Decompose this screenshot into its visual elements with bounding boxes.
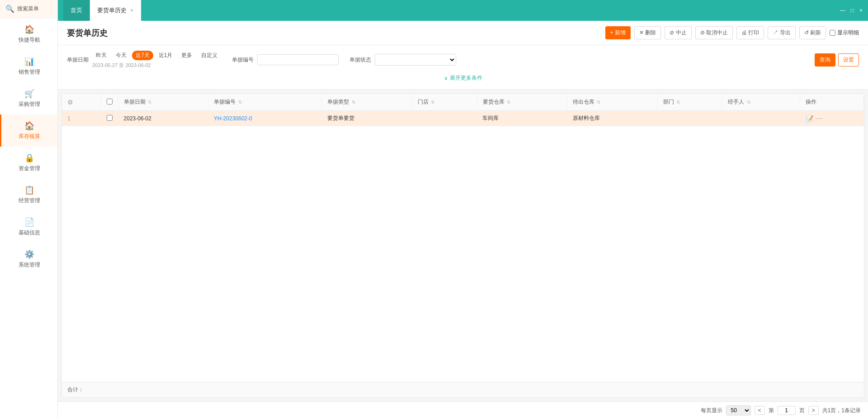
date-filter-group: 昨天 今天 近7天 近1月 更多 自定义 2023-05-27 至 2023-0… — [92, 51, 221, 69]
col-req-warehouse-label: 要货仓库 — [483, 99, 505, 105]
tab-home-label: 首页 — [71, 6, 82, 14]
filter-row: 单据日期 昨天 今天 近7天 近1月 更多 自定义 2023-05-27 至 2… — [67, 51, 859, 69]
col-checkbox — [101, 94, 118, 111]
more-icon[interactable]: ⋯ — [816, 115, 822, 122]
print-button[interactable]: 🖨 打印 — [736, 26, 764, 39]
chart-icon: 📊 — [24, 57, 34, 67]
row-pending-warehouse: 原材料仓库 — [567, 111, 657, 126]
select-all-checkbox[interactable] — [107, 99, 113, 105]
document-icon: 📄 — [24, 217, 34, 227]
table-footer: 合计： — [62, 382, 864, 397]
date-btn-yesterday[interactable]: 昨天 — [92, 51, 110, 60]
page-size-select[interactable]: 50 20 100 200 — [726, 405, 751, 415]
doc-no-label: 单据编号 — [232, 56, 254, 64]
edit-icon[interactable]: 📝 — [806, 115, 813, 122]
display-detail-label[interactable]: 显示明细 — [830, 29, 859, 37]
query-button[interactable]: 查询 — [815, 53, 835, 67]
col-store[interactable]: 门店 ⇅ — [412, 94, 477, 111]
lock-icon: 🔒 — [24, 153, 34, 163]
main-area: 首页 要货单历史 × — □ × 要货单历史 + 新增 ✕ 删除 ⊘ 中止 ⊘ … — [58, 0, 868, 419]
col-handler[interactable]: 经手人 ⇅ — [722, 94, 800, 111]
col-settings[interactable]: ⚙ — [62, 94, 101, 111]
col-doc-type[interactable]: 单据类型 ⇅ — [322, 94, 412, 111]
row-checkbox[interactable] — [107, 115, 113, 121]
display-detail-checkbox[interactable] — [830, 30, 835, 36]
row-doc-no[interactable]: YH-20230602-0 — [208, 111, 322, 126]
status-label: 单据状态 — [349, 56, 371, 64]
sort-doc-no-icon: ⇅ — [238, 100, 242, 105]
col-dept[interactable]: 部门 ⇅ — [657, 94, 722, 111]
delete-button[interactable]: ✕ 删除 — [634, 26, 661, 39]
col-req-warehouse[interactable]: 要货仓库 ⇅ — [477, 94, 567, 111]
sidebar-item-system[interactable]: ⚙️ 系统管理 — [0, 243, 57, 275]
col-doc-no[interactable]: 单据编号 ⇅ — [208, 94, 322, 111]
stop-button[interactable]: ⊘ 中止 — [665, 26, 691, 39]
cart-icon: 🛒 — [24, 89, 34, 99]
content-area: 要货单历史 + 新增 ✕ 删除 ⊘ 中止 ⊘ 取消中止 🖨 打印 ↗ 导出 ↺ … — [58, 21, 868, 419]
tab-active-label: 要货单历史 — [97, 6, 127, 14]
sort-doc-type-icon: ⇅ — [352, 100, 355, 105]
expand-filter-button[interactable]: ∨ 展开更多条件 — [440, 72, 486, 84]
toolbar: + 新增 ✕ 删除 ⊘ 中止 ⊘ 取消中止 🖨 打印 ↗ 导出 ↺ 刷新 显示明… — [605, 26, 859, 39]
date-btn-today[interactable]: 今天 — [112, 51, 130, 60]
table-settings-icon[interactable]: ⚙ — [67, 99, 73, 106]
settings-button[interactable]: 设置 — [838, 53, 859, 67]
status-select[interactable] — [375, 54, 456, 66]
page-number-input[interactable] — [778, 406, 796, 415]
sidebar-item-inventory[interactable]: 🏠 库存核算 — [0, 114, 57, 147]
total-info: 共1页，1条记录 — [822, 407, 861, 414]
date-filter-label: 单据日期 — [67, 56, 89, 64]
sidebar-search-label: 搜索菜单 — [17, 5, 39, 13]
prev-page-btn[interactable]: < — [755, 406, 765, 415]
window-minimize-btn[interactable]: — — [840, 7, 845, 14]
sidebar-item-label: 经营管理 — [19, 197, 40, 205]
date-btn-7days[interactable]: 近7天 — [132, 51, 153, 60]
page-title: 要货单历史 — [67, 28, 108, 38]
cancel-stop-button[interactable]: ⊘ 取消中止 — [695, 26, 733, 39]
row-dept — [657, 111, 722, 126]
inventory-icon: 🏠 — [24, 121, 34, 131]
sort-store-icon: ⇅ — [431, 100, 434, 105]
table-header-row: ⚙ 单据日期 ⇅ 单据编号 ⇅ — [62, 94, 864, 111]
doc-no-filter: 单据编号 — [232, 54, 339, 65]
date-btn-custom[interactable]: 自定义 — [198, 51, 221, 60]
summary-label: 合计： — [67, 386, 84, 393]
col-date[interactable]: 单据日期 ⇅ — [118, 94, 208, 111]
sidebar-item-sales[interactable]: 📊 销售管理 — [0, 50, 57, 82]
col-pending-warehouse[interactable]: 待出仓库 ⇅ — [567, 94, 657, 111]
sidebar-item-basic-info[interactable]: 📄 基础信息 — [0, 211, 57, 243]
row-doc-type: 要货单要货 — [322, 111, 412, 126]
col-doc-type-label: 单据类型 — [327, 99, 349, 105]
new-button[interactable]: + 新增 — [605, 26, 631, 39]
col-handler-label: 经手人 — [728, 99, 744, 105]
date-filter: 单据日期 昨天 今天 近7天 近1月 更多 自定义 2023-05-27 至 2… — [67, 51, 221, 69]
table-area: ⚙ 单据日期 ⇅ 单据编号 ⇅ — [61, 93, 864, 398]
sort-req-warehouse-icon: ⇅ — [507, 100, 510, 105]
sidebar-search[interactable]: 🔍 搜索菜单 — [0, 0, 57, 18]
doc-no-input[interactable] — [257, 54, 339, 65]
export-button[interactable]: ↗ 导出 — [768, 26, 795, 39]
sidebar-item-quick-nav[interactable]: 🏠 快捷导航 — [0, 18, 57, 50]
sidebar-item-purchase[interactable]: 🛒 采购管理 — [0, 82, 57, 114]
next-page-btn[interactable]: > — [808, 406, 819, 415]
page-header: 要货单历史 + 新增 ✕ 删除 ⊘ 中止 ⊘ 取消中止 🖨 打印 ↗ 导出 ↺ … — [58, 21, 868, 45]
date-btn-more[interactable]: 更多 — [178, 51, 196, 60]
window-close-btn[interactable]: × — [859, 7, 863, 14]
tab-active[interactable]: 要货单历史 × — [90, 0, 141, 21]
row-req-warehouse: 车间库 — [477, 111, 567, 126]
tab-home[interactable]: 首页 — [63, 0, 90, 21]
page-size-label: 每页显示 — [701, 407, 722, 414]
sidebar-item-label: 快捷导航 — [19, 36, 40, 44]
table-row: 1 2023-06-02 YH-20230602-0 要货单要货 车间库 原材料… — [62, 111, 864, 126]
sidebar-item-label: 销售管理 — [19, 68, 40, 76]
date-btn-1month[interactable]: 近1月 — [155, 51, 176, 60]
pagination: 每页显示 50 20 100 200 < 第 页 > 共1页，1条记录 — [58, 401, 868, 419]
sidebar-item-finance[interactable]: 🔒 资金管理 — [0, 147, 57, 179]
sidebar-item-label: 基础信息 — [19, 229, 40, 237]
sidebar-item-operation[interactable]: 📋 经营管理 — [0, 179, 57, 211]
refresh-button[interactable]: ↺ 刷新 — [799, 26, 826, 39]
tab-close-icon[interactable]: × — [130, 7, 133, 14]
row-checkbox-cell — [101, 111, 118, 126]
window-maximize-btn[interactable]: □ — [851, 7, 854, 14]
sort-dept-icon: ⇅ — [676, 100, 680, 105]
